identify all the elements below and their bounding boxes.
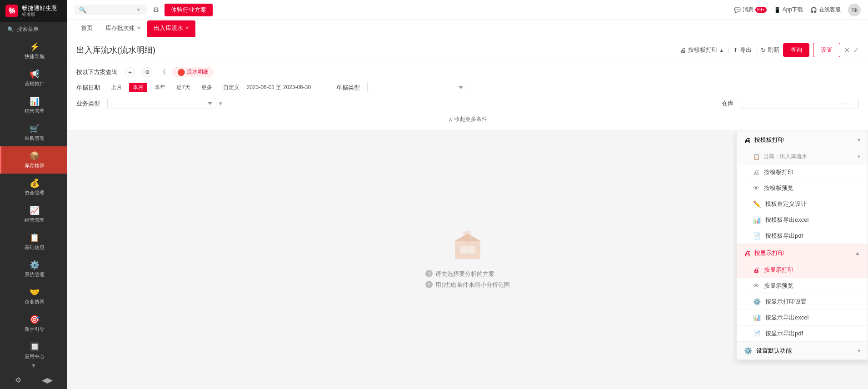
export-btn[interactable]: ⬆ 导出: [733, 46, 752, 54]
sidebar-scroll-down[interactable]: ▼: [0, 360, 67, 371]
date-btn-last-month[interactable]: 上月: [107, 83, 125, 92]
sidebar-item-system[interactable]: ⚙️ 系统管理: [0, 255, 67, 283]
printer-icon: 🖨: [744, 249, 751, 257]
refresh-btn[interactable]: ↻ 刷新: [761, 46, 779, 54]
gear-icon: ⚙️: [744, 347, 753, 355]
header-search-input[interactable]: [89, 7, 135, 13]
preview-display-item[interactable]: 👁 按显示预览: [737, 278, 868, 294]
export-pdf-display-item[interactable]: 📄 按显示导出pdf: [737, 326, 868, 342]
warehouse-field[interactable]: ···: [741, 98, 859, 109]
print-template-item-label: 按模板打印: [764, 168, 793, 176]
sidebar-item-app-center[interactable]: 🔲 应用中心: [0, 337, 67, 360]
sidebar-item-purchase[interactable]: 🛒 采购管理: [0, 119, 67, 146]
refresh-icon: ↻: [761, 47, 766, 54]
page-header-right: 🖨 按模板打印 ▲ | ⬆ 导出 | ↻ 刷新 查询 设置 ✕ ⤢: [680, 43, 859, 57]
sidebar-item-label: 新手引导: [25, 326, 45, 333]
printer-icon: 🖨: [744, 136, 751, 144]
sidebar-item-enterprise-collab[interactable]: 🤝 企业协同: [0, 283, 67, 310]
date-btn-7days[interactable]: 近7天: [173, 83, 194, 92]
print-display-item[interactable]: 🖨 按显示打印: [737, 262, 868, 278]
sidebar-logo: 畅 畅捷通好生意 标准版: [0, 0, 67, 22]
sales-icon: 📊: [30, 96, 40, 106]
tip-item-1: 1 请先选择要分析的方案: [425, 270, 509, 278]
date-btn-this-year[interactable]: 本年: [151, 83, 169, 92]
export-excel-template-item[interactable]: 📊 按模板导出excel: [737, 212, 868, 228]
sidebar-item-marketing[interactable]: 📢 营销推广: [0, 65, 67, 92]
sidebar-item-guide[interactable]: 🎯 新手引导: [0, 310, 67, 337]
warehouse-dots[interactable]: ···: [841, 100, 846, 107]
user-avatar[interactable]: Rit: [848, 4, 861, 16]
chevron-down-icon: ▾: [858, 154, 860, 160]
default-settings-section-header[interactable]: ⚙️ 设置默认功能 ▾: [737, 342, 868, 360]
print-settings-display-item[interactable]: ⚙️ 按显示打印设置: [737, 294, 868, 310]
filter-add-btn[interactable]: +: [125, 67, 135, 77]
default-settings-section-label: 设置默认功能: [756, 347, 858, 355]
export-pdf-template-item[interactable]: 📄 按模板导出pdf: [737, 228, 868, 244]
collapse-sidebar-btn[interactable]: ◀▶: [42, 376, 53, 384]
export-excel-template-label: 按模板导出excel: [765, 216, 808, 224]
chevron-up-icon: ▲: [855, 250, 860, 256]
export-icon: ⬆: [733, 47, 738, 54]
tab-close-stock-flow[interactable]: ✕: [185, 25, 189, 31]
print-template-btn[interactable]: 🖨 按模板打印 ▲: [680, 46, 724, 54]
print-template-section-header[interactable]: 🖨 按模板打印 ▾: [737, 131, 868, 149]
sidebar-item-inventory[interactable]: 📦 库存核算: [0, 146, 67, 174]
sidebar-item-quick-nav[interactable]: ⚡ 快捷导航: [0, 37, 67, 65]
search-icon: 🔍: [79, 6, 86, 13]
chevron-down-icon: ▾: [858, 137, 860, 143]
sidebar-item-basic-info[interactable]: 📋 基础信息: [0, 228, 67, 255]
settings-btn[interactable]: 设置: [813, 43, 840, 57]
system-icon: ⚙️: [30, 260, 40, 270]
current-template-text: 当前：出入库流水: [763, 153, 807, 160]
sidebar-item-label: 快捷导航: [25, 53, 45, 60]
empty-state-icon: [449, 228, 486, 264]
tab-inventory-batch[interactable]: 库存批次账 ✕: [99, 20, 147, 37]
trial-btn[interactable]: 体验行业方案: [165, 4, 213, 16]
header-search-area[interactable]: 🔍 ▾: [75, 5, 147, 15]
date-btn-custom[interactable]: 自定义: [219, 83, 243, 92]
doc-type-select[interactable]: [367, 82, 467, 93]
filter-tag-stream[interactable]: 🔴 流水明细: [173, 67, 213, 77]
sidebar-item-sales[interactable]: 📊 销售管理: [0, 92, 67, 119]
filter-row-date: 单据日期 上月 本月 本年 近7天 更多 自定义 2023-06-01 至 20…: [76, 82, 859, 93]
custom-template-item[interactable]: ✏️ 模板自定义设计: [737, 196, 868, 212]
export-excel-display-item[interactable]: 📊 按显示导出excel: [737, 310, 868, 326]
online-service-btn[interactable]: 🎧 在线客服: [810, 6, 841, 14]
date-btn-this-month[interactable]: 本月: [129, 83, 147, 92]
sidebar-item-label: 基础信息: [25, 244, 45, 251]
tab-home[interactable]: 首页: [75, 20, 99, 37]
sidebar-item-label: 资金管理: [25, 190, 45, 196]
tab-close-inventory-batch[interactable]: ✕: [137, 25, 141, 31]
filter-settings-btn[interactable]: ⚙: [142, 67, 152, 77]
tab-stock-flow[interactable]: 出入库流水 ✕: [147, 20, 195, 37]
sidebar-item-finance[interactable]: 💰 资金管理: [0, 174, 67, 201]
chevron-down-icon[interactable]: ▾: [137, 7, 140, 13]
date-label: 单据日期: [76, 84, 100, 92]
expand-btn[interactable]: ⤢: [853, 46, 859, 54]
app-center-icon: 🔲: [30, 342, 40, 352]
header-gear-icon[interactable]: ⚙: [153, 5, 159, 14]
app-download-icon: 📱: [774, 7, 781, 13]
collapse-more-btn[interactable]: ∧ 收起更多条件: [76, 114, 859, 125]
print-template-item[interactable]: 🖨 按模板打印: [737, 165, 868, 180]
doc-type-label: 单据类型: [336, 84, 360, 92]
query-btn[interactable]: 查询: [783, 43, 809, 57]
sidebar-item-operations[interactable]: 📈 经营管理: [0, 201, 67, 228]
settings-footer-btn[interactable]: ⚙: [15, 376, 21, 384]
biz-type-select[interactable]: [107, 98, 216, 109]
basic-info-icon: 📋: [30, 233, 40, 243]
sidebar-search[interactable]: 🔍 搜索菜单: [0, 22, 67, 37]
app-download-btn[interactable]: 📱 App下载: [774, 6, 803, 14]
preview-template-item[interactable]: 👁 按模板预览: [737, 180, 868, 196]
close-panel-btn[interactable]: ✕: [844, 46, 850, 55]
biz-type-dropdown-icon[interactable]: ▾: [219, 100, 222, 107]
pdf-icon: 📄: [753, 330, 761, 337]
preview-display-label: 按显示预览: [764, 282, 793, 290]
finance-icon: 💰: [30, 178, 40, 188]
sidebar-items: ⚡ 快捷导航 📢 营销推广 📊 销售管理 🛒 采购管理 📦 库存核算 💰 资金管…: [0, 37, 67, 360]
date-btn-more[interactable]: 更多: [198, 83, 216, 92]
header-right: 💬 消息 99+ 📱 App下载 🎧 在线客服 Rit: [734, 4, 861, 16]
message-btn[interactable]: 💬 消息 99+: [734, 6, 767, 14]
filter-left-collapse-btn[interactable]: 《: [160, 68, 166, 76]
print-display-section-header[interactable]: 🖨 按显示打印 ▲: [737, 244, 868, 262]
